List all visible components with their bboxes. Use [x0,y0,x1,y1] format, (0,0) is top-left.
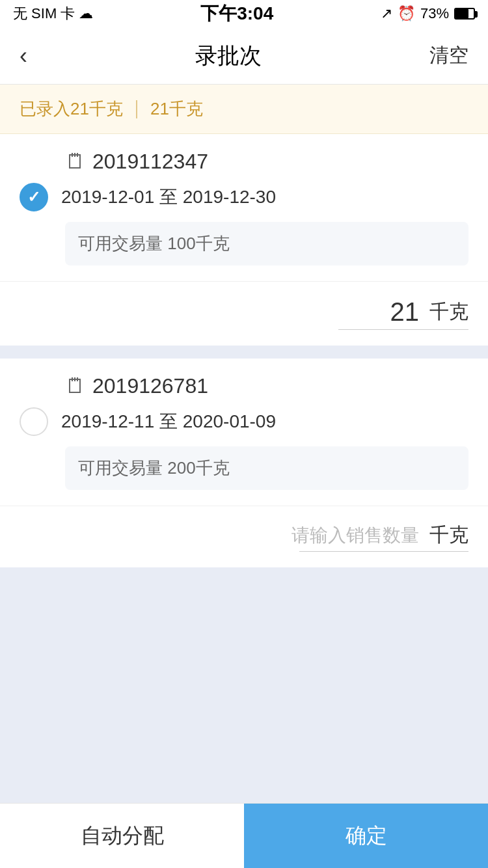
sim-text: 无 SIM 卡 ☁ [13,4,93,23]
clear-button[interactable]: 清空 [429,42,468,69]
batch-card-1: 🗒 2019112347 2019-12-01 至 2019-12-30 可用交… [0,134,488,346]
battery-text: 73% [420,5,449,22]
info-divider [136,100,137,118]
input-placeholder-2[interactable]: 请输入销售数量 [291,523,419,548]
alarm-icon: ⏰ [398,5,415,22]
back-button[interactable]: ‹ [20,42,27,70]
amount-value-1: 21 [390,297,420,327]
status-time: 下午3:04 [200,1,273,26]
batch-card-2: 🗒 2019126781 2019-12-11 至 2020-01-09 可用交… [0,359,488,567]
auto-distribute-button[interactable]: 自动分配 [0,804,244,868]
status-bar: 无 SIM 卡 ☁ 下午3:04 ↗ ⏰ 73% [0,0,488,27]
batch-date-text-2: 2019-12-11 至 2020-01-09 [61,409,276,434]
batch-date-row-1[interactable]: 2019-12-01 至 2019-12-30 [20,183,468,211]
confirm-button[interactable]: 确定 [244,804,488,868]
batch-icon-2: 🗒 [65,374,86,398]
batch-id-text-1: 2019112347 [92,150,208,174]
bottom-bar: 自动分配 确定 [0,803,488,868]
nav-bar: ‹ 录批次 清空 [0,27,488,85]
amount-unit-1: 千克 [429,299,468,325]
info-value: 21千克 [150,98,203,120]
info-label: 已录入21千克 [20,98,123,120]
input-unit-2: 千克 [429,522,468,549]
input-row-2: 请输入销售数量 千克 [0,506,488,567]
status-right: ↗ ⏰ 73% [381,5,475,22]
batch-qty-row-1: 可用交易量 100千克 [65,222,468,265]
batch-qty-box-2: 可用交易量 200千克 [65,446,468,490]
location-icon: ↗ [381,5,392,22]
section-separator-1 [0,346,488,359]
radio-2[interactable] [20,407,48,436]
page-title: 录批次 [195,41,262,71]
amount-row-1: 21 千克 [0,281,488,346]
batch-qty-box-1: 可用交易量 100千克 [65,222,468,265]
batch-id-row-1: 🗒 2019112347 [65,150,468,174]
batch-id-text-2: 2019126781 [92,374,208,398]
batch-icon-1: 🗒 [65,150,86,174]
batch-date-row-2[interactable]: 2019-12-11 至 2020-01-09 [20,407,468,436]
battery-icon [454,8,475,20]
status-left: 无 SIM 卡 ☁ [13,4,93,23]
info-banner: 已录入21千克 21千克 [0,85,488,134]
batch-id-row-2: 🗒 2019126781 [65,374,468,398]
radio-1[interactable] [20,183,48,211]
batch-date-text-1: 2019-12-01 至 2019-12-30 [61,185,276,210]
batch-qty-row-2: 可用交易量 200千克 [65,446,468,490]
